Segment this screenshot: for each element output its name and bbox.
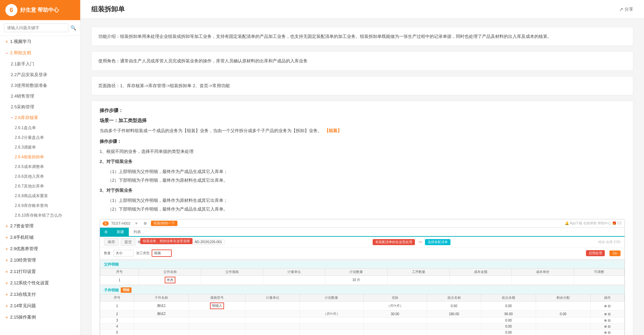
step2-2: （2）下部明细为子件明细，最终作为原材料生成其它出库单。: [100, 176, 625, 185]
ops-title: 操作步骤：: [100, 108, 625, 114]
sidebar-item-2.6.4[interactable]: 2.6.4组装拆卸单: [0, 152, 80, 162]
sidebar-item-2.9[interactable]: + 2.9优惠券管理: [0, 243, 80, 255]
sc-tab-new[interactable]: 新建: [112, 228, 129, 236]
sc-type-field[interactable]: 组装: [152, 249, 172, 257]
path-block: 页面路径：1、库存核算->库存管理->组装拆卸单 2、首页->常用功能: [91, 76, 633, 95]
minus-icon-2.6: −: [11, 115, 13, 120]
search-input[interactable]: [4, 23, 68, 32]
sc-select-bom[interactable]: 选择装配清单: [425, 239, 450, 245]
main-header: 组装拆卸单 ↗ 分享: [80, 0, 644, 19]
nav-sub-help: 2.1新手入门 2.2产品安装及登录 2.3使用前数据准备 2.4销售管理 2.…: [0, 59, 80, 220]
annotation1: 有装配清单的在这里处理: [373, 239, 415, 245]
step1: 1、根据不同的业务，选择不同单据的类型来处理: [100, 147, 625, 156]
table-row: 1 米杰 10 片: [100, 276, 625, 285]
page-title: 组装拆卸单: [91, 5, 125, 14]
sc-btn-save[interactable]: 保存: [104, 238, 119, 246]
logo-icon: 6: [5, 4, 17, 16]
sidebar-item-2.6.1[interactable]: 2.6.1盘点单: [0, 123, 80, 133]
sidebar-item-2.6.7[interactable]: 2.6.7其他出库单: [0, 181, 80, 191]
share-icon: ↗: [619, 7, 623, 12]
sidebar-item-help[interactable]: − 2.帮助文档: [0, 47, 80, 59]
sidebar-item-2.6.2[interactable]: 2.6.2分量盘点单: [0, 133, 80, 143]
sidebar-item-2.1[interactable]: 2.1新手入门: [0, 59, 80, 69]
content-area: 功能介绍：组装拆卸单用来处理企业组装或拆卸等加工业务，支持有固定装配清单的产品加…: [80, 19, 644, 335]
share-button[interactable]: ↗ 分享: [619, 6, 633, 12]
sc-lower-table: 序号 子件名称 规格型号 计量单位 计划数量 实际 批次名称 批次余额 剩余分配…: [100, 294, 625, 335]
scene-title: 场景一：加工类型选择: [100, 118, 625, 124]
sidebar-item-2.4[interactable]: 2.4销售管理: [0, 91, 80, 102]
annotation3: 组装业务、拆卸业务在这里选择: [140, 238, 193, 244]
sidebar-item-2.6.3[interactable]: 2.6.3调拨单: [0, 143, 80, 152]
sidebar-item-2.12[interactable]: + 2.12系统个性化设置: [0, 277, 80, 289]
plus-icon-2.9: +: [5, 246, 8, 252]
sc-btn-create[interactable]: 组装/拆卸一下: [151, 221, 177, 226]
nav-section: + 1.视频学习 − 2.帮助文档 2.1新手入门 2.2产品安装及登录 2.3…: [0, 36, 80, 323]
plus-icon-2.14: +: [5, 303, 8, 309]
sc-lower-section: 子件明细 明细 序号 子件名称 规格型号 计量单位 计划数量 实际: [100, 286, 625, 335]
sidebar-item-2.3[interactable]: 2.3使用前数据准备: [0, 80, 80, 91]
step2: 2、对于组装业务: [100, 157, 625, 166]
step3-1: （1）上部明细为父件明细，最终作为原材料生成其它出库单；: [100, 196, 625, 205]
ops-block: 操作步骤： 场景一：加工类型选择 当由多个子件材料组装成一个成品的业务为【组装】…: [91, 101, 633, 335]
step3: 3、对于拆装业务: [100, 186, 625, 195]
sidebar-item-2.8[interactable]: + 2.8手机旺铺: [0, 232, 80, 243]
sidebar-item-2.2[interactable]: 2.2产品安装及登录: [0, 69, 80, 80]
plus-icon-2.11: +: [5, 269, 8, 274]
annotation4: 启用处理: [586, 250, 605, 256]
sc-titlebar: 6 TEST-H002 ▼ ⚙ 组装/拆卸一下 🔔 App下载 在线帮助 帮助中…: [100, 219, 625, 228]
search-button[interactable]: 🔍: [70, 25, 76, 31]
sidebar-item-2.10[interactable]: + 2.10经营管理: [0, 255, 80, 266]
sidebar-item-2.6.5[interactable]: 2.6.5成本调整单: [0, 162, 80, 172]
sidebar-item-2.5[interactable]: 2.5采购管理: [0, 102, 80, 112]
sidebar-item-2.15[interactable]: + 2.15操作案例: [0, 312, 80, 323]
sc-form-row2: 数量 大小 加工类型 组装 组装业务、拆卸业务在这里选择 启用处理 On: [100, 247, 625, 259]
sidebar-item-2.6.9[interactable]: 2.6.9库存账本查询: [0, 201, 80, 211]
main-content: 组装拆卸单 ↗ 分享 功能介绍：组装拆卸单用来处理企业组装或拆卸等加工业务，支持…: [80, 0, 644, 335]
plus-icon-2.15: +: [5, 315, 8, 320]
sc-nav-tabs: ≡ 新建 列表: [100, 228, 625, 237]
table-row: 1 测试1 明细入 （片/+片） 0.00 0.00 ⊕ ⊟: [100, 301, 625, 311]
intro-block: 功能介绍：组装拆卸单用来处理企业组装或拆卸等加工业务，支持有固定装配清单的产品加…: [91, 27, 633, 46]
sc-btn-submit[interactable]: 提交: [121, 238, 136, 246]
step3-2: （2）下部明细为子件明细，最终作为产成品生成其它入库单。: [100, 205, 625, 214]
sidebar-header: 6 好生意 帮助中心: [0, 0, 80, 20]
role-block: 使用角色：通常由生产人员或库管人员完成拆装业务的操作，库管人员确认原材料的出库和…: [91, 51, 633, 70]
sidebar-item-2.11[interactable]: + 2.11打印设置: [0, 266, 80, 277]
sc-upper-section: 父件明细 序号 父件名称 父件规格 计量单位 计划数量 工序数量 成本金额: [100, 261, 625, 285]
plus-icon-2.10: +: [5, 258, 8, 263]
sidebar-item-2.6[interactable]: − 2.6库存核算: [0, 112, 80, 123]
ops-subtitle: 操作步骤：: [100, 138, 625, 145]
plus-icon-2.7: +: [5, 223, 8, 229]
plus-icon: +: [5, 39, 8, 44]
sidebar-item-2.7[interactable]: + 2.7资金管理: [0, 220, 80, 232]
screenshot: 6 TEST-H002 ▼ ⚙ 组装/拆卸一下 🔔 App下载 在线帮助 帮助中…: [100, 219, 625, 335]
search-box: 🔍: [0, 20, 80, 36]
sc-enable-btn[interactable]: On: [609, 250, 621, 256]
sidebar: 6 好生意 帮助中心 🔍 + 1.视频学习 − 2.帮助文档 2.1新手入门 2…: [0, 0, 80, 335]
table-row: 30.00⊕ ⊟: [100, 318, 625, 324]
table-row: 40.00⊕ ⊟: [100, 324, 625, 330]
sc-upper-table: 序号 父件名称 父件规格 计量单位 计划数量 工序数量 成本金额 成本单价 可调…: [100, 268, 625, 285]
table-row: 2 测试2 （片/+片） 30.00 180.00 90.00 0.00 ⊕ ⊟: [100, 311, 625, 318]
scene-desc: 当由多个子件材料组装成一个成品的业务为【组装】业务，当由一个父件拆分成多个子产品…: [100, 126, 625, 135]
plus-icon-2.13: +: [5, 292, 8, 297]
step2-1: （1）上部明细为父件明细，最终作为产成品生成其它入库单；: [100, 167, 625, 176]
plus-icon-2.8: +: [5, 235, 8, 240]
table-row: 50.00⊕ ⊟: [100, 330, 625, 335]
sc-tab-list[interactable]: 列表: [129, 228, 146, 236]
sidebar-item-2.13[interactable]: + 2.13在线支付: [0, 289, 80, 300]
plus-icon-2.12: +: [5, 280, 8, 286]
sidebar-item-video[interactable]: + 1.视频学习: [0, 36, 80, 47]
sidebar-item-2.6.10[interactable]: 2.6.10库存账本错了怎么办: [0, 211, 80, 220]
sidebar-item-2.6.8[interactable]: 2.6.8商品成本重算: [0, 191, 80, 201]
site-title: 好生意 帮助中心: [20, 7, 59, 14]
minus-icon: −: [5, 50, 8, 56]
sidebar-item-2.6.6[interactable]: 2.6.6其他入库单: [0, 172, 80, 181]
sidebar-item-2.14[interactable]: + 2.14常见问题: [0, 300, 80, 312]
